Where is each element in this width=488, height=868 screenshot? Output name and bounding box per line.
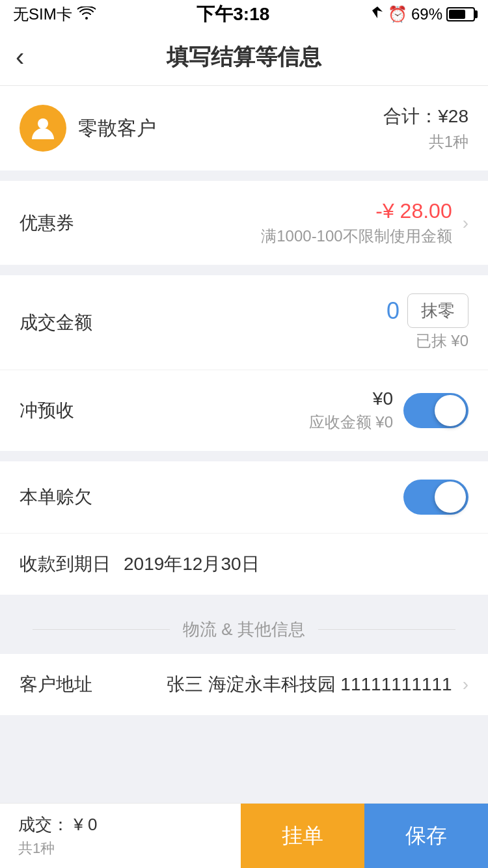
- location-icon: [371, 5, 384, 23]
- header-line-left: [33, 629, 170, 630]
- back-button[interactable]: ‹: [16, 42, 24, 72]
- prepay-toggle-knob: [435, 395, 466, 426]
- prepay-value: ¥0: [309, 388, 393, 409]
- page-title: 填写结算等信息: [167, 42, 321, 72]
- footer-deal-label: 成交：: [18, 815, 69, 834]
- footer-info: 成交： ¥ 0 共1种: [0, 804, 241, 868]
- footer-deal: 成交： ¥ 0: [18, 813, 223, 836]
- coupon-card: 优惠券 -¥ 28.00 满1000-100不限制使用金额 ›: [0, 181, 488, 265]
- deal-amount-right: 抹零 已抹 ¥0: [347, 293, 468, 351]
- customer-right: 合计：¥28 共1种: [383, 104, 468, 152]
- wifi-icon: [77, 5, 96, 23]
- address-card: 客户地址 张三 海淀永丰科技园 11111111111 ›: [0, 654, 488, 715]
- coupon-desc: 满1000-100不限制使用金额: [261, 226, 452, 247]
- prepay-sub: 应收金额 ¥0: [309, 412, 393, 433]
- address-label: 客户地址: [20, 672, 92, 697]
- due-date-row: 收款到期日 2019年12月30日: [0, 533, 488, 595]
- prepay-label: 冲预收: [20, 398, 74, 423]
- coupon-chevron: ›: [463, 213, 468, 234]
- coupon-label: 优惠券: [20, 211, 74, 236]
- total-count: 共1种: [383, 131, 468, 152]
- person-icon: [29, 115, 57, 142]
- deal-amount-row: 成交金额 抹零 已抹 ¥0: [0, 275, 488, 370]
- debt-toggle[interactable]: [403, 480, 468, 515]
- deal-amount-sub: 已抹 ¥0: [347, 331, 468, 351]
- status-right: ⏰ 69%: [371, 5, 475, 23]
- pending-button[interactable]: 挂单: [241, 804, 364, 868]
- maling-button[interactable]: 抹零: [407, 293, 468, 328]
- header-line-right: [318, 629, 455, 630]
- customer-row: 零散客户 合计：¥28 共1种: [0, 86, 488, 170]
- battery-icon: [446, 7, 475, 21]
- svg-point-0: [38, 118, 48, 129]
- debt-row: 本单赊欠: [0, 461, 488, 533]
- debt-label: 本单赊欠: [20, 485, 92, 509]
- address-chevron: ›: [463, 674, 468, 695]
- nav-bar: ‹ 填写结算等信息: [0, 29, 488, 86]
- save-button[interactable]: 保存: [364, 804, 488, 868]
- due-date-label: 收款到期日: [20, 552, 111, 576]
- prepay-toggle[interactable]: [403, 393, 468, 428]
- logistics-label: 物流 & 其他信息: [183, 618, 305, 641]
- status-left: 无SIM卡: [13, 4, 96, 25]
- prepay-right: ¥0 应收金额 ¥0: [309, 388, 468, 433]
- footer-count: 共1种: [18, 839, 223, 858]
- footer-deal-value: ¥ 0: [74, 815, 97, 834]
- bottom-footer: 成交： ¥ 0 共1种 挂单 保存: [0, 803, 488, 868]
- deal-amount-input[interactable]: [347, 297, 400, 325]
- deal-amount-label: 成交金额: [20, 310, 92, 335]
- total-amount: 合计：¥28: [383, 104, 468, 129]
- address-row[interactable]: 客户地址 张三 海淀永丰科技园 11111111111 ›: [0, 654, 488, 715]
- customer-left: 零散客户: [20, 105, 156, 152]
- status-time: 下午3:18: [197, 2, 269, 27]
- coupon-right: -¥ 28.00 满1000-100不限制使用金额 ›: [261, 199, 468, 247]
- coupon-values: -¥ 28.00 满1000-100不限制使用金额: [261, 199, 452, 247]
- debt-card: 本单赊欠 收款到期日 2019年12月30日: [0, 461, 488, 595]
- logistics-header: 物流 & 其他信息: [0, 605, 488, 654]
- coupon-discount: -¥ 28.00: [261, 199, 452, 223]
- signal-text: 无SIM卡: [13, 4, 72, 25]
- prepay-row: 冲预收 ¥0 应收金额 ¥0: [0, 370, 488, 451]
- debt-toggle-knob: [435, 481, 466, 513]
- alarm-icon: ⏰: [388, 5, 407, 23]
- address-value: 张三 海淀永丰科技园 11111111111: [167, 672, 452, 697]
- deal-amount-values: 抹零 已抹 ¥0: [347, 293, 468, 351]
- due-date-value: 2019年12月30日: [124, 552, 260, 576]
- amounts-card: 成交金额 抹零 已抹 ¥0 冲预收 ¥0 应收金额 ¥0: [0, 275, 488, 451]
- battery-percent: 69%: [411, 5, 442, 23]
- avatar: [20, 105, 66, 152]
- content: 零散客户 合计：¥28 共1种 优惠券 -¥ 28.00 满1000-100不限…: [0, 86, 488, 804]
- address-right: 张三 海淀永丰科技园 11111111111 ›: [167, 672, 468, 697]
- status-bar: 无SIM卡 下午3:18 ⏰ 69%: [0, 0, 488, 29]
- customer-name: 零散客户: [78, 115, 156, 142]
- prepay-values: ¥0 应收金额 ¥0: [309, 388, 393, 433]
- coupon-row[interactable]: 优惠券 -¥ 28.00 满1000-100不限制使用金额 ›: [0, 181, 488, 265]
